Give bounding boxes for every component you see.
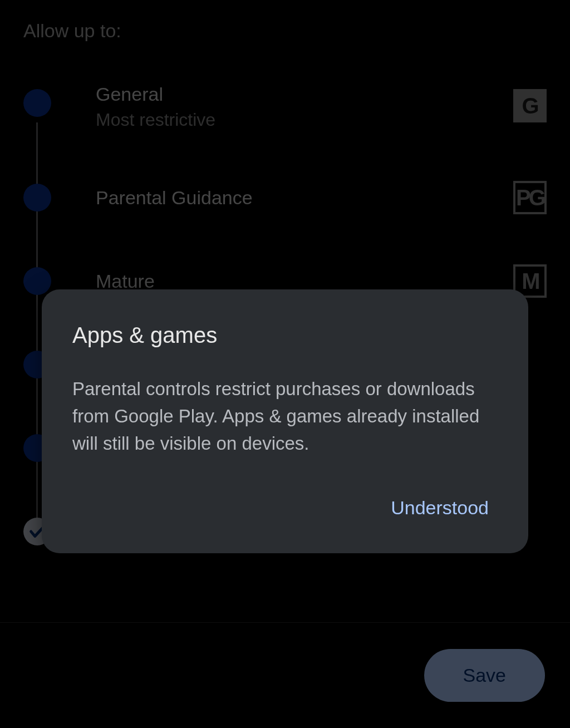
- dialog-actions: Understood: [72, 490, 498, 525]
- dialog: Apps & games Parental controls restrict …: [42, 289, 528, 553]
- dialog-title: Apps & games: [72, 323, 498, 348]
- dialog-body: Parental controls restrict purchases or …: [72, 376, 498, 457]
- understood-button[interactable]: Understood: [382, 490, 498, 525]
